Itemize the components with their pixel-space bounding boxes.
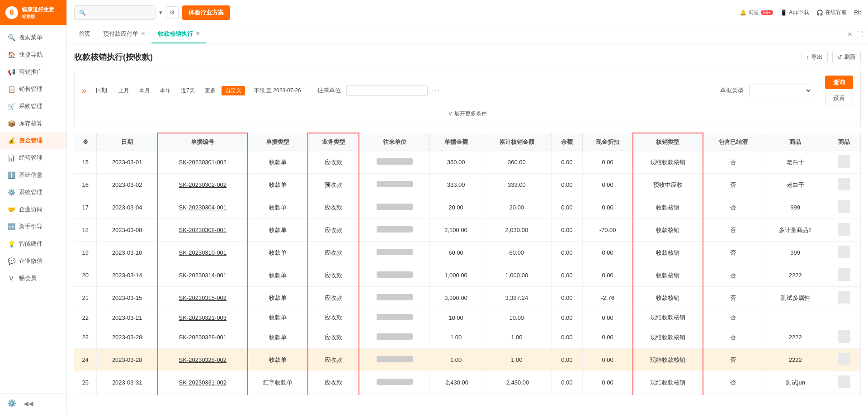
- cell-balance: 0.00: [551, 242, 582, 264]
- sidebar-item-operations[interactable]: 📊 经营管理: [0, 149, 66, 166]
- topbar-gear-btn[interactable]: ⚙: [166, 6, 179, 19]
- cell-goods2: [828, 174, 861, 196]
- cell-balance: 0.00: [551, 174, 582, 196]
- sidebar-item-enterprise[interactable]: 🤝 企业协同: [0, 201, 66, 218]
- query-btn[interactable]: 查询: [825, 76, 853, 89]
- cell-bill-type: 收款单: [248, 151, 308, 174]
- tab-receipt-close[interactable]: ✕: [196, 31, 200, 37]
- date-btn-7days[interactable]: 近7天: [177, 85, 199, 96]
- tab-prepay[interactable]: 预付款应付单 ✕: [97, 25, 151, 43]
- sidebar-collapse-icon[interactable]: ◀◀: [24, 400, 33, 407]
- filter-settings-btn[interactable]: 设置: [825, 91, 853, 105]
- date-value: 不限 至 2023-07-26: [254, 87, 301, 95]
- cell-biz-type: 应收款: [308, 242, 359, 264]
- tab-expand-icon[interactable]: ⛶: [856, 31, 863, 38]
- cell-verify-type: 现结收款核销: [633, 151, 703, 174]
- cell-bill-no[interactable]: SK-20230308-001: [158, 219, 248, 242]
- sidebar-item-sales[interactable]: 📋 销售管理: [0, 81, 66, 98]
- sidebar-item-search[interactable]: 🔍 搜索菜单: [0, 29, 66, 46]
- date-btn-this-year[interactable]: 本年: [156, 85, 175, 96]
- sidebar-label-guide: 新手引导: [19, 223, 42, 231]
- sidebar-item-member[interactable]: V 畅会员: [0, 270, 66, 287]
- sidebar-item-weixin[interactable]: 💬 企业微信: [0, 252, 66, 270]
- cell-goods2: [828, 287, 861, 309]
- cell-bill-no[interactable]: SK-20230310-001: [158, 242, 248, 264]
- cell-bill-amount: 1.00: [430, 349, 482, 371]
- sidebar-item-hardware[interactable]: 💡 智能硬件: [0, 235, 66, 252]
- sidebar-item-basic[interactable]: ℹ️ 基础信息: [0, 166, 66, 184]
- partner-input[interactable]: [346, 85, 428, 96]
- sidebar-item-system[interactable]: ⚙️ 系统管理: [0, 184, 66, 201]
- refresh-icon: ↺: [837, 54, 842, 61]
- refresh-btn[interactable]: ↺ 刷新: [832, 51, 861, 63]
- bell-icon: 🔔: [740, 9, 746, 16]
- sidebar-settings-icon[interactable]: ⚙️: [7, 399, 16, 408]
- tab-close-all-icon[interactable]: ✕: [847, 31, 853, 38]
- sidebar-item-purchase[interactable]: 🛒 采购管理: [0, 98, 66, 115]
- cell-cash-discount: 0.00: [582, 174, 633, 196]
- table-row: 162023-03-02SK-20230302-002收款单预收款333.003…: [74, 174, 861, 196]
- cell-date: 2023-03-14: [97, 264, 158, 287]
- cell-total-verify: 3,387.24: [482, 287, 551, 309]
- cell-balance: 0.00: [551, 196, 582, 219]
- tabbar: 首页 预付款应付单 ✕ 收款核销执行 ✕ ✕ ⛶: [67, 25, 868, 43]
- cell-bill-no[interactable]: SK-20230328-001: [158, 326, 248, 349]
- cell-bill-no[interactable]: SK-20230403-002: [158, 394, 248, 395]
- cell-partner: [359, 287, 430, 309]
- cell-include-settled: 否: [703, 174, 763, 196]
- expand-more-btn[interactable]: ∨ 展开更多条件: [448, 110, 486, 118]
- online-service-btn[interactable]: 🎧 在线客服: [816, 9, 847, 16]
- topbar: 🔍 ▾ ⚙ 体验行业方案 🔔 消息 99+ 📱 App下载 🎧: [67, 0, 868, 25]
- tab-prepay-close[interactable]: ✕: [141, 31, 145, 37]
- cell-goods: 123D商品: [763, 394, 828, 395]
- col-settings[interactable]: ⚙: [74, 133, 97, 151]
- sidebar-item-shortcut[interactable]: 🏠 快捷导航: [0, 46, 66, 63]
- cell-bill-no[interactable]: SK-20230304-001: [158, 196, 248, 219]
- sidebar-item-finance[interactable]: 💰 资金管理: [0, 132, 66, 149]
- cell-balance: 0.00: [551, 219, 582, 242]
- filter-toggle[interactable]: »: [82, 86, 86, 95]
- cell-bill-no[interactable]: SK-20230302-002: [158, 174, 248, 196]
- cell-bill-no[interactable]: SK-20230328-002: [158, 349, 248, 371]
- tab-home[interactable]: 首页: [72, 25, 97, 43]
- cell-balance: 0.00: [551, 309, 582, 326]
- filter-bill-type: 单据类型: [720, 85, 812, 96]
- sidebar-item-marketing[interactable]: 📢 营销推广: [0, 63, 66, 81]
- cell-date: 2023-03-08: [97, 219, 158, 242]
- cell-bill-no[interactable]: SK-20230315-002: [158, 287, 248, 309]
- date-btn-this-month[interactable]: 本月: [135, 85, 154, 96]
- cell-bill-no[interactable]: SK-20230321-003: [158, 309, 248, 326]
- topbar-search[interactable]: 🔍: [74, 5, 156, 20]
- cell-verify-type: 现结收款核销: [633, 309, 703, 326]
- sidebar-bottom: ⚙️ ◀◀: [0, 393, 66, 413]
- dots-icon[interactable]: ···: [431, 86, 441, 95]
- bill-type-select[interactable]: [749, 85, 812, 96]
- tab-prepay-label: 预付款应付单: [103, 30, 138, 38]
- user-avatar[interactable]: Rit: [854, 9, 861, 16]
- cell-partner: [359, 242, 430, 264]
- cell-verify-type: 收款核销: [633, 264, 703, 287]
- date-btn-more[interactable]: 更多: [201, 85, 220, 96]
- online-service-label: 在线客服: [825, 9, 847, 16]
- cell-biz-type: 应收款: [308, 326, 359, 349]
- cell-partner: [359, 264, 430, 287]
- date-btn-custom[interactable]: 自定义: [222, 86, 245, 95]
- tab-receipt[interactable]: 收款核销执行 ✕: [151, 25, 206, 43]
- date-btn-last-month[interactable]: 上月: [114, 85, 133, 96]
- cell-bill-no[interactable]: SK-20230314-001: [158, 264, 248, 287]
- cell-bill-no[interactable]: SK-20230331-002: [158, 371, 248, 394]
- topbar-dropdown[interactable]: ▾: [159, 9, 162, 16]
- cell-goods: 999: [763, 242, 828, 264]
- table-row: 152023-03-01SK-20230301-002收款单应收款360.003…: [74, 151, 861, 174]
- weixin-icon: 💬: [7, 257, 15, 265]
- solution-btn[interactable]: 体验行业方案: [182, 5, 230, 20]
- app-download-label: App下载: [789, 9, 809, 16]
- sidebar-item-inventory[interactable]: 📦 库存核算: [0, 115, 66, 132]
- notifications-btn[interactable]: 🔔 消息 99+: [740, 9, 773, 16]
- app-download-btn[interactable]: 📱 App下载: [780, 9, 809, 16]
- sidebar-item-guide[interactable]: 🆕 新手引导: [0, 218, 66, 235]
- cell-bill-amount: -2,430.00: [430, 371, 482, 394]
- export-btn[interactable]: ↑ 导出: [802, 51, 828, 63]
- cell-include-settled: 否: [703, 309, 763, 326]
- cell-bill-no[interactable]: SK-20230301-002: [158, 151, 248, 174]
